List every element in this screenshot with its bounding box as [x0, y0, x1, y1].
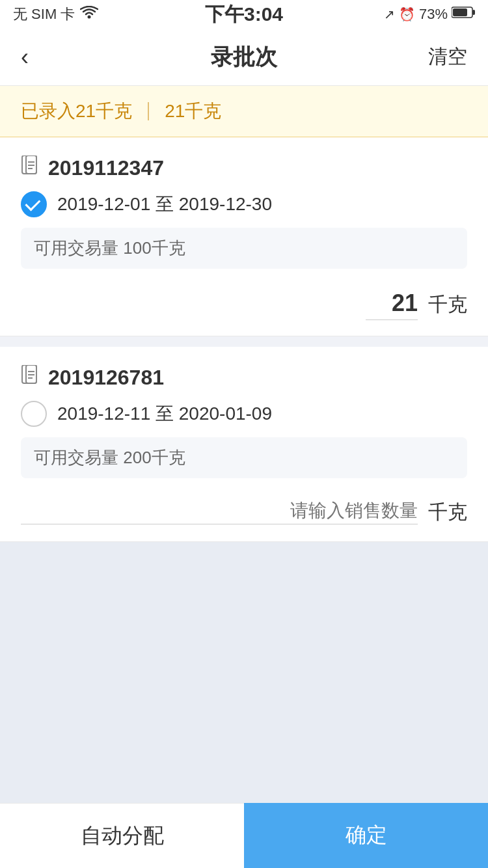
recorded-label: 已录入21千克 — [21, 99, 132, 124]
back-button[interactable]: ‹ — [21, 44, 29, 71]
wifi-icon — [80, 6, 98, 23]
batch-card-2: 2019126781 2019-12-11 至 2020-01-09 可用交易量… — [0, 347, 488, 542]
summary-amount: 21千克 — [165, 99, 221, 124]
batch-2-qty-input[interactable] — [21, 500, 418, 521]
batch-2-date: 2019-12-11 至 2020-01-09 — [57, 401, 272, 426]
batch-1-radio[interactable] — [21, 191, 47, 217]
batch-2-id: 2019126781 — [48, 366, 164, 390]
batch-1-qty-row: 千克 — [0, 279, 488, 336]
batch-1-qty-input[interactable] — [366, 290, 418, 317]
card-separator — [0, 336, 488, 347]
batch-1-date: 2019-12-01 至 2019-12-30 — [57, 192, 272, 217]
batch-1-available: 可用交易量 100千克 — [21, 228, 467, 269]
status-time: 下午3:04 — [205, 1, 283, 28]
nav-bar: ‹ 录批次 清空 — [0, 29, 488, 86]
batch-card-1: 2019112347 2019-12-01 至 2019-12-30 可用交易量… — [0, 137, 488, 336]
batch-2-radio[interactable] — [21, 401, 47, 427]
batch-1-header: 2019112347 — [0, 137, 488, 186]
status-left: 无 SIM 卡 — [13, 5, 98, 24]
batch-1-doc-icon — [21, 156, 40, 181]
bottom-bar: 自动分配 确定 — [0, 803, 488, 868]
alarm-icon: ⏰ — [399, 7, 415, 22]
batch-2-header: 2019126781 — [0, 347, 488, 396]
summary-divider — [148, 102, 149, 120]
content-wrapper: 已录入21千克 21千克 2019112347 2019-12-01 至 201… — [0, 86, 488, 803]
svg-rect-3 — [453, 8, 467, 16]
batch-1-date-row: 2019-12-01 至 2019-12-30 — [0, 186, 488, 223]
batch-2-date-row: 2019-12-11 至 2020-01-09 — [0, 396, 488, 432]
location-icon: ↗ — [384, 7, 395, 22]
clear-button[interactable]: 清空 — [428, 44, 467, 70]
batch-2-doc-icon — [21, 365, 40, 390]
batch-1-id: 2019112347 — [48, 156, 164, 180]
page-title: 录批次 — [211, 42, 277, 72]
status-right: ↗ ⏰ 73% — [384, 6, 475, 23]
svg-rect-2 — [472, 10, 475, 15]
empty-area — [0, 542, 488, 803]
carrier-label: 无 SIM 卡 — [13, 5, 75, 24]
batch-2-available: 可用交易量 200千克 — [21, 437, 467, 478]
batch-1-qty-underline — [366, 290, 418, 320]
batch-1-unit: 千克 — [428, 292, 467, 318]
auto-distribute-button[interactable]: 自动分配 — [0, 803, 244, 868]
battery-label: 73% — [419, 6, 448, 23]
battery-icon — [452, 6, 475, 23]
batch-2-qty-row: 千克 — [0, 489, 488, 542]
svg-point-0 — [88, 16, 91, 19]
status-bar: 无 SIM 卡 下午3:04 ↗ ⏰ 73% — [0, 0, 488, 29]
batch-2-qty-underline — [21, 500, 418, 524]
confirm-button[interactable]: 确定 — [244, 803, 488, 868]
summary-bar: 已录入21千克 21千克 — [0, 86, 488, 137]
batch-2-unit: 千克 — [428, 499, 467, 526]
